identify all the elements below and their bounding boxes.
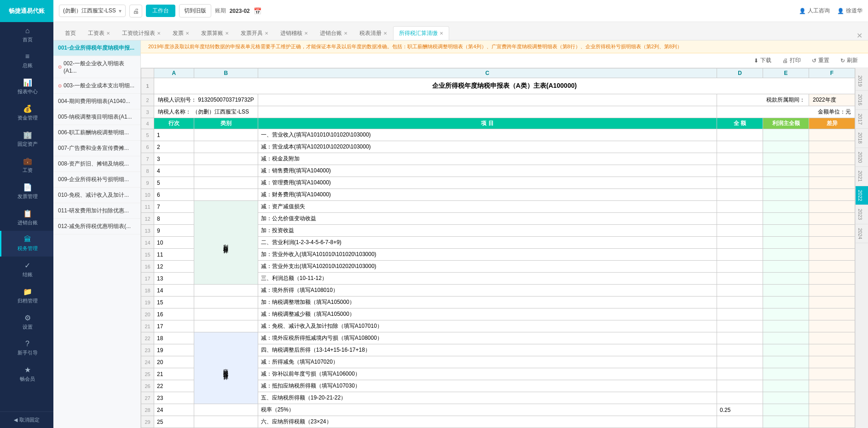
profit-10[interactable] xyxy=(763,237,809,249)
sidebar-item-fund[interactable]: 💰 资金管理 xyxy=(0,100,53,126)
diff-22[interactable] xyxy=(809,380,855,392)
left-panel-item-003[interactable]: ⊙ 003-一般企业成本支出明细... xyxy=(53,78,140,94)
tab-tax-clearance[interactable]: 税表清册 ✕ xyxy=(353,26,393,40)
diff-6[interactable] xyxy=(809,189,855,201)
switch-old-button[interactable]: 切到旧版 xyxy=(179,4,211,17)
year-2016[interactable]: 2016 xyxy=(856,91,868,109)
sidebar-item-archive[interactable]: 📁 归档管理 xyxy=(0,283,53,309)
diff-18[interactable] xyxy=(809,332,855,344)
profit-15[interactable] xyxy=(763,297,809,308)
left-panel-item-004[interactable]: 004-期间费用明细表(A1040... xyxy=(53,94,140,109)
sidebar-item-ledger[interactable]: ≡ 总账 xyxy=(0,48,53,74)
amt-9[interactable] xyxy=(717,225,763,237)
sheet-container[interactable]: A B C D E F 1 企业所 xyxy=(141,68,855,428)
diff-8[interactable] xyxy=(809,213,855,225)
diff-4[interactable] xyxy=(809,165,855,177)
reset-button[interactable]: ↺ 重置 xyxy=(809,55,832,66)
diff-7[interactable] xyxy=(809,201,855,213)
amt-6[interactable] xyxy=(717,189,763,201)
diff-16[interactable] xyxy=(809,308,855,320)
profit-14[interactable] xyxy=(763,285,809,297)
amt-8[interactable] xyxy=(717,213,763,225)
left-panel-item-006[interactable]: 006-职工薪酬纳税调整明细... xyxy=(53,125,140,141)
amt-11[interactable] xyxy=(717,249,763,261)
download-button[interactable]: ⬇ 下载 xyxy=(751,55,774,66)
amt-7[interactable] xyxy=(717,201,763,213)
year-2019[interactable]: 2019 xyxy=(856,72,868,91)
sidebar-item-invoice-mgr[interactable]: 📄 发票管理 xyxy=(0,178,53,205)
sidebar-item-sales[interactable]: 📋 进销台账 xyxy=(0,205,53,231)
unpin-button[interactable]: ◀ 取消固定 xyxy=(0,411,53,428)
tab-invoice[interactable]: 发票 ✕ xyxy=(167,26,195,40)
profit-21[interactable] xyxy=(763,368,809,380)
sidebar-item-payroll[interactable]: 💼 工资 xyxy=(0,152,53,178)
print-icon-btn[interactable]: 🖨 xyxy=(129,5,142,17)
diff-3[interactable] xyxy=(809,153,855,165)
amt-20[interactable] xyxy=(717,356,763,368)
tab-close-invoice-calc[interactable]: ✕ xyxy=(225,31,229,36)
left-panel-item-002[interactable]: ⊙ 002-一般企业收入明细表(A1... xyxy=(53,56,140,78)
amt-4[interactable] xyxy=(717,165,763,177)
profit-20[interactable] xyxy=(763,356,809,368)
profit-17[interactable] xyxy=(763,320,809,332)
amt-23[interactable] xyxy=(717,392,763,404)
left-panel-item-008[interactable]: 008-资产折旧、摊销及纳税... xyxy=(53,156,140,172)
amt-3[interactable] xyxy=(717,153,763,165)
year-2018[interactable]: 2018 xyxy=(856,129,868,148)
year-2021[interactable]: 2021 xyxy=(856,167,868,186)
sidebar-item-settle[interactable]: ✓ 结账 xyxy=(0,257,53,283)
tab-sales-verify[interactable]: 进销稽核 ✕ xyxy=(274,26,314,40)
left-panel-item-010[interactable]: 010-免税、减计收入及加计... xyxy=(53,188,140,203)
profit-4[interactable] xyxy=(763,165,809,177)
amt-17[interactable] xyxy=(717,320,763,332)
tab-close-payroll-stat[interactable]: ✕ xyxy=(157,31,161,36)
tab-close-sales-verify[interactable]: ✕ xyxy=(304,31,308,36)
user-info[interactable]: 👤 徐道华 xyxy=(837,7,862,15)
amt-14[interactable] xyxy=(717,285,763,297)
amt-21[interactable] xyxy=(717,368,763,380)
left-panel-item-005[interactable]: 005-纳税调整项目明细表(A1... xyxy=(53,109,140,125)
profit-1[interactable] xyxy=(763,129,809,141)
diff-15[interactable] xyxy=(809,297,855,308)
left-panel-item-001[interactable]: 001-企业所得税年度纳税申报... xyxy=(53,40,140,56)
amt-22[interactable] xyxy=(717,380,763,392)
diff-14[interactable] xyxy=(809,285,855,297)
tab-payroll-stat[interactable]: 工资统计报表 ✕ xyxy=(116,26,167,40)
tab-close-income-tax[interactable]: ✕ xyxy=(440,31,443,36)
diff-17[interactable] xyxy=(809,320,855,332)
tab-close-invoice[interactable]: ✕ xyxy=(185,31,189,36)
tab-payroll[interactable]: 工资表 ✕ xyxy=(82,26,116,40)
amt-18[interactable] xyxy=(717,332,763,344)
tab-close-sales-ledger[interactable]: ✕ xyxy=(344,31,347,36)
diff-1[interactable] xyxy=(809,129,855,141)
year-2020[interactable]: 2020 xyxy=(856,148,868,167)
left-panel-item-011[interactable]: 011-研发费用加计扣除优惠... xyxy=(53,203,140,219)
tab-home[interactable]: 首页 xyxy=(59,26,82,40)
year-2022[interactable]: 2022 xyxy=(856,186,868,205)
profit-9[interactable] xyxy=(763,225,809,237)
diff-5[interactable] xyxy=(809,177,855,189)
left-panel-item-012[interactable]: 012-减免所得税优惠明细表(... xyxy=(53,219,140,234)
profit-2[interactable] xyxy=(763,141,809,153)
diff-13[interactable] xyxy=(809,273,855,285)
profit-3[interactable] xyxy=(763,153,809,165)
diff-25[interactable] xyxy=(809,416,855,428)
close-window-icon[interactable]: ✕ xyxy=(856,31,862,40)
diff-2[interactable] xyxy=(809,141,855,153)
ai-consult-btn[interactable]: 👤 人工咨询 xyxy=(799,7,830,15)
diff-19[interactable] xyxy=(809,344,855,356)
profit-18[interactable] xyxy=(763,332,809,344)
amt-5[interactable] xyxy=(717,177,763,189)
profit-16[interactable] xyxy=(763,308,809,320)
diff-23[interactable] xyxy=(809,392,855,404)
tab-invoice-open[interactable]: 发票开具 ✕ xyxy=(235,26,274,40)
amt-2[interactable] xyxy=(717,141,763,153)
amt-15[interactable] xyxy=(717,297,763,308)
profit-23[interactable] xyxy=(763,392,809,404)
profit-8[interactable] xyxy=(763,213,809,225)
sidebar-item-settings[interactable]: ⚙ 设置 xyxy=(0,309,53,335)
diff-12[interactable] xyxy=(809,261,855,273)
sidebar-item-tax[interactable]: 🏛 税务管理 xyxy=(0,231,53,257)
diff-20[interactable] xyxy=(809,356,855,368)
profit-13[interactable] xyxy=(763,273,809,285)
